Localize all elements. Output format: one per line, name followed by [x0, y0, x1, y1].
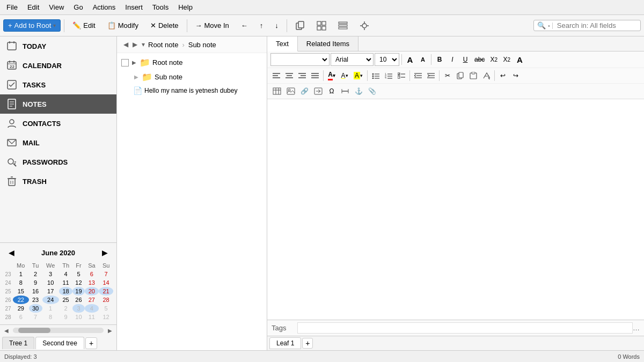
calendar-day[interactable]: 20 [85, 287, 99, 295]
calendar-day[interactable]: 7 [99, 270, 113, 278]
calendar-day[interactable]: 8 [42, 313, 59, 321]
calendar-day[interactable]: 19 [72, 287, 84, 295]
text-color-btn[interactable]: A ▾ [326, 70, 338, 82]
tab-text[interactable]: Text [267, 36, 298, 51]
calendar-day[interactable]: 21 [99, 287, 113, 295]
calendar-day[interactable]: 12 [99, 313, 113, 321]
arrow-down-button[interactable]: ↓ [270, 19, 283, 32]
icon-btn-1[interactable] [290, 19, 310, 33]
tree-tab-1[interactable]: Tree 1 [2, 337, 34, 349]
tree-tab-add[interactable]: + [85, 337, 97, 349]
menu-tools[interactable]: Tools [148, 2, 173, 12]
calendar-day[interactable]: 2 [59, 304, 73, 313]
breadcrumb-forward[interactable]: ▶ [131, 40, 138, 49]
font-face-select[interactable]: Arial [331, 53, 374, 66]
calendar-day[interactable]: 25 [59, 295, 73, 304]
menu-go[interactable]: Go [69, 2, 87, 12]
underline-btn[interactable]: U [459, 54, 471, 65]
calendar-day[interactable]: 8 [13, 278, 29, 287]
add-to-root-button[interactable]: + Add to Root ▾ [3, 19, 61, 32]
calendar-day[interactable]: 1 [42, 304, 59, 313]
calendar-day[interactable]: 5 [99, 304, 113, 313]
calendar-day[interactable]: 2 [29, 270, 42, 278]
edit-button[interactable]: ✏️ Edit [68, 19, 100, 32]
sidebar-item-passwords[interactable]: PASSWORDS [0, 152, 116, 172]
breadcrumb-dropdown[interactable]: ▾ [141, 40, 146, 49]
sidebar-item-notes[interactable]: NOTES [0, 94, 116, 114]
list-check-btn[interactable] [396, 70, 407, 82]
superscript-btn[interactable]: X2 [501, 54, 513, 65]
align-justify-btn[interactable] [309, 70, 321, 82]
align-right-btn[interactable] [296, 70, 308, 82]
indent-decrease-btn[interactable] [412, 70, 424, 82]
scroll-right-btn[interactable]: ▶ [106, 326, 114, 335]
align-center-btn[interactable] [283, 70, 295, 82]
move-in-button[interactable]: → Move In [191, 19, 234, 32]
calendar-next[interactable]: ▶ [99, 247, 111, 258]
calendar-body[interactable]: 2312345672489101112131425151617181920212… [3, 270, 113, 321]
breadcrumb-current[interactable]: Sub note [188, 41, 216, 49]
icon-btn-3[interactable] [333, 19, 353, 33]
calendar-day[interactable]: 13 [85, 278, 99, 287]
icon-btn-2[interactable] [312, 19, 331, 33]
breadcrumb-back[interactable]: ◀ [122, 40, 129, 49]
sidebar-item-tasks[interactable]: TASKS [0, 75, 116, 94]
attach-btn[interactable]: 📎 [366, 85, 378, 97]
sidebar-item-mail[interactable]: MAIL [0, 133, 116, 152]
breadcrumb-root[interactable]: Root note [148, 41, 178, 49]
leaf-tab-add[interactable]: + [302, 338, 313, 349]
calendar-day[interactable]: 23 [29, 295, 42, 304]
menu-file[interactable]: File [2, 2, 22, 12]
font-bigger-btn[interactable]: A [404, 54, 416, 65]
tree-tab-2[interactable]: Second tree [35, 337, 84, 349]
line-btn[interactable] [339, 85, 352, 97]
calendar-day[interactable]: 10 [42, 278, 59, 287]
calendar-day[interactable]: 29 [13, 304, 29, 313]
delete-button[interactable]: ✕ Delete [145, 19, 184, 32]
calendar-day[interactable]: 30 [29, 304, 42, 313]
subscript-btn[interactable]: X2 [488, 54, 500, 65]
calendar-day[interactable]: 14 [99, 278, 113, 287]
tab-related[interactable]: Related Items [298, 36, 358, 51]
calendar-day[interactable]: 11 [59, 278, 73, 287]
scroll-left-btn[interactable]: ◀ [2, 326, 11, 335]
calendar-day[interactable]: 28 [99, 295, 113, 304]
format-clear-btn[interactable] [480, 70, 492, 82]
sidebar-item-calendar[interactable]: 22 CALENDAR [0, 56, 116, 75]
menu-view[interactable]: View [45, 2, 68, 12]
menu-actions[interactable]: Actions [89, 2, 120, 12]
arrow-left-button[interactable]: ← [236, 19, 253, 32]
symbol-btn[interactable]: Ω [326, 85, 338, 97]
image-btn[interactable] [284, 85, 297, 97]
calendar-day[interactable]: 6 [13, 313, 29, 321]
calendar-day[interactable]: 9 [29, 278, 42, 287]
align-left-btn[interactable] [270, 70, 282, 82]
cut-btn[interactable]: ✂ [442, 70, 453, 82]
strikethrough-btn[interactable]: abc [472, 54, 487, 65]
calendar-day[interactable]: 5 [72, 270, 84, 278]
calendar-day[interactable]: 15 [13, 287, 29, 295]
calendar-day[interactable]: 1 [13, 270, 29, 278]
tags-more-btn[interactable]: … [633, 324, 640, 332]
calendar-day[interactable]: 4 [59, 270, 73, 278]
calendar-day[interactable]: 4 [85, 304, 99, 313]
calendar-day[interactable]: 18 [59, 287, 73, 295]
menu-insert[interactable]: Insert [121, 2, 147, 12]
anchor-btn[interactable]: ⚓ [353, 85, 365, 97]
font-size-select[interactable]: 10 [375, 53, 399, 66]
list-bullet-btn[interactable] [370, 70, 382, 82]
calendar-day[interactable]: 26 [72, 295, 84, 304]
calendar-day[interactable]: 17 [42, 287, 59, 295]
redo-btn[interactable]: ↪ [510, 70, 522, 82]
tree-item-hello[interactable]: 📄 Hello my name is yetnesh dubey [117, 84, 267, 97]
highlight-btn[interactable]: A ▾ [339, 70, 350, 82]
sidebar-item-contacts[interactable]: CONTACTS [0, 114, 116, 133]
bg-color-btn[interactable]: A ▾ [352, 70, 365, 82]
content-text-area[interactable] [267, 99, 644, 320]
sidebar-item-trash[interactable]: TRASH [0, 172, 116, 191]
icon-btn-4[interactable] [355, 19, 374, 33]
anchor-embed-btn[interactable] [312, 85, 325, 97]
paste-btn[interactable] [467, 70, 479, 82]
copy-btn[interactable] [455, 70, 466, 82]
tree-item-root[interactable]: ▶ 📁 Root note [117, 55, 267, 70]
